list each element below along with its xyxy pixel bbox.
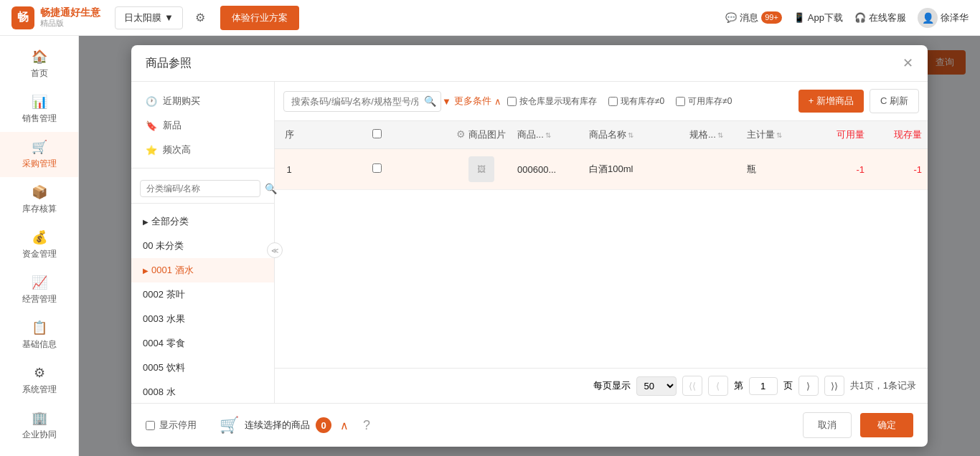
category-0005[interactable]: 0005 饮料: [131, 356, 274, 380]
sales-icon: 📊: [32, 94, 47, 110]
gear-icon[interactable]: ⚙: [189, 6, 212, 29]
last-page-btn[interactable]: ⟩⟩: [824, 376, 844, 396]
category-search-icon[interactable]: 🔍: [265, 183, 277, 194]
cart-collapse-icon[interactable]: ∧: [340, 419, 349, 432]
collapse-btn[interactable]: ≪: [267, 242, 283, 258]
cart-area[interactable]: 🛒 连续选择的商品 0 ∧: [220, 416, 349, 434]
cb-warehouse-input[interactable]: [507, 97, 517, 106]
sort-spec-icon: ⇅: [717, 131, 723, 139]
left-nav-recent-label: 近期购买: [163, 95, 200, 108]
message-nav-item[interactable]: 💬 消息 99+: [725, 11, 782, 24]
product-reference-dialog: 商品参照 ✕ ≪ 🕐 近期购买: [131, 45, 928, 447]
category-search-input[interactable]: [140, 180, 260, 197]
message-label: 消息: [740, 11, 758, 24]
category-0004[interactable]: 0004 零食: [131, 331, 274, 356]
cb-warehouse-label: 按仓库显示现有库存: [519, 95, 597, 108]
sidebar-item-finance[interactable]: 💰 资金管理: [0, 222, 78, 267]
trial-btn[interactable]: 体验行业方案: [220, 6, 299, 30]
category-0002-label: 0002 茶叶: [143, 288, 185, 301]
help-icon[interactable]: ?: [363, 418, 370, 433]
dialog-header: 商品参照 ✕: [131, 45, 928, 82]
first-page-btn[interactable]: ⟨⟨: [682, 376, 702, 396]
sidebar-item-home[interactable]: 🏠 首页: [0, 42, 78, 87]
sidebar-item-operations[interactable]: 📈 经营管理: [0, 267, 78, 313]
th-code[interactable]: 商品...⇅: [512, 121, 583, 149]
sidebar-label-purchase: 采购管理: [22, 158, 57, 170]
refresh-btn[interactable]: C 刷新: [870, 89, 919, 113]
user-nav-item[interactable]: 👤 徐泽华: [918, 8, 969, 28]
star-icon: ⭐: [146, 145, 157, 156]
sidebar-item-purchase[interactable]: 🛒 采购管理: [0, 132, 78, 177]
table-row[interactable]: 1 🖼 000600... 白酒100ml: [275, 149, 928, 190]
row-checkbox[interactable]: [372, 163, 382, 173]
cart-count: 0: [316, 417, 331, 433]
next-page-btn[interactable]: ⟩: [798, 376, 819, 396]
logo-area: 畅 畅捷通好生意 精品版: [11, 6, 100, 29]
category-0008[interactable]: 0008 水: [131, 380, 274, 396]
cb-warehouse[interactable]: 按仓库显示现有库存: [507, 95, 597, 108]
prev-page-btn[interactable]: ⟨: [708, 376, 728, 396]
th-checkbox[interactable]: [303, 121, 451, 149]
th-name[interactable]: 商品名称⇅: [583, 121, 684, 149]
product-table: 序 ⚙ 商品图片: [275, 121, 928, 190]
th-unit[interactable]: 主计量⇅: [741, 121, 798, 149]
product-search-input[interactable]: [283, 91, 441, 112]
sidebar-label-operations: 经营管理: [22, 293, 57, 305]
dialog-title: 商品参照: [146, 56, 192, 71]
page-word2: 页: [783, 379, 793, 392]
sort-name-icon: ⇅: [628, 131, 633, 139]
category-0003-label: 0003 水果: [143, 313, 185, 326]
dialog-close-icon[interactable]: ✕: [903, 55, 913, 71]
app-nav-item[interactable]: 📱 App下载: [793, 11, 843, 24]
category-0003[interactable]: 0003 水果: [131, 307, 274, 331]
show-disabled-label: 显示停用: [159, 419, 197, 432]
sidebar-item-collab[interactable]: 🏢 企业协同: [0, 403, 78, 448]
page-number-input[interactable]: [749, 377, 778, 395]
filter-btn[interactable]: ▼ 更多条件 ∧: [442, 95, 501, 108]
app-label: App下载: [808, 11, 843, 24]
settings-col-icon[interactable]: ⚙: [456, 128, 466, 140]
left-nav-frequent-label: 频次高: [163, 143, 191, 156]
sidebar-item-basic[interactable]: 📋 基础信息: [0, 313, 78, 358]
select-all-checkbox[interactable]: [372, 129, 382, 138]
operations-icon: 📈: [32, 275, 47, 290]
cb-avail-stock-input[interactable]: [676, 97, 685, 106]
show-disabled-input[interactable]: [146, 421, 155, 430]
left-nav-frequent[interactable]: ⭐ 频次高: [137, 138, 268, 162]
product-img: 🖼: [468, 156, 494, 182]
cb-current-stock-label: 现有库存≠0: [621, 95, 664, 108]
show-disabled-checkbox[interactable]: 显示停用: [146, 419, 197, 432]
sidebar-item-inventory[interactable]: 📦 库存核算: [0, 177, 78, 222]
nav-selector[interactable]: 日太阳膜 ▼: [115, 6, 183, 29]
left-nav-new[interactable]: 🔖 新品: [137, 113, 268, 138]
purchase-icon: 🛒: [32, 139, 47, 155]
page-size-select[interactable]: 10 20 50 100: [636, 376, 677, 396]
service-nav-item[interactable]: 🎧 在线客服: [854, 11, 906, 24]
home-icon: 🏠: [32, 49, 47, 65]
category-all-label: 全部分类: [151, 215, 189, 228]
logo-text: 畅捷通好生意: [40, 6, 100, 19]
left-nav-new-label: 新品: [163, 119, 182, 132]
cb-avail-stock[interactable]: 可用库存≠0: [676, 95, 732, 108]
sidebar-item-guide[interactable]: 🔔 新手引导: [0, 448, 78, 456]
category-00[interactable]: 00 未分类: [131, 234, 274, 258]
th-spec[interactable]: 规格...⇅: [684, 121, 741, 149]
category-0001[interactable]: ▶ 0001 酒水: [131, 258, 274, 282]
cb-current-stock[interactable]: 现有库存≠0: [608, 95, 664, 108]
category-0008-label: 0008 水: [143, 386, 176, 396]
product-search-icon[interactable]: 🔍: [424, 95, 436, 107]
confirm-btn[interactable]: 确定: [860, 413, 913, 437]
sidebar-item-system[interactable]: ⚙ 系统管理: [0, 358, 78, 403]
category-0002[interactable]: 0002 茶叶: [131, 282, 274, 307]
cell-checkbox[interactable]: [303, 149, 451, 190]
cancel-btn[interactable]: 取消: [803, 412, 852, 438]
page-total-info: 共1页，1条记录: [850, 379, 916, 392]
collab-icon: 🏢: [32, 410, 47, 426]
left-nav-recent[interactable]: 🕐 近期购买: [137, 89, 268, 113]
dialog-overlay: 商品参照 ✕ ≪ 🕐 近期购买: [79, 36, 980, 456]
cb-current-stock-input[interactable]: [608, 97, 618, 106]
category-all[interactable]: ▶ 全部分类: [131, 209, 274, 234]
add-product-btn[interactable]: + 新增商品: [798, 90, 864, 113]
sidebar-item-sales[interactable]: 📊 销售管理: [0, 87, 78, 132]
category-0001-arrow: ▶: [143, 267, 149, 275]
